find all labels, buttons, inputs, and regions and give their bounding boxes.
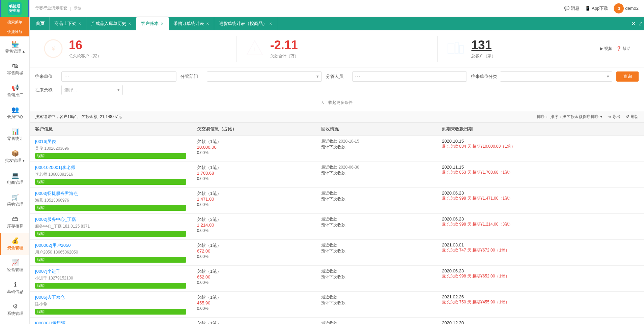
customer-name-link-2[interactable]: [0003]畅捷服务尹海燕	[35, 190, 186, 197]
customer-name-link-5[interactable]: [0007]小进千	[35, 268, 186, 274]
search-button[interactable]: 查询	[616, 71, 639, 82]
cell-debt-info-6: 欠款（1笔） 455.90 0.00%	[192, 291, 316, 317]
tab-home[interactable]: 首页	[31, 17, 50, 30]
close-tab-purchase-order[interactable]: ✕	[206, 22, 209, 26]
debt-amount-5[interactable]: 652.00	[197, 274, 310, 279]
sidebar-item-inventory[interactable]: 🗃 库存核算	[0, 211, 29, 233]
avatar-img: d	[614, 3, 624, 13]
customer-name-link-0[interactable]: [0016]吴俊	[35, 139, 186, 145]
debt-amount-0[interactable]: 10,000.00	[197, 145, 310, 150]
overdue-link-1[interactable]: 超期¥1,703.68（1笔）	[472, 170, 513, 175]
debt-count-2: 欠款（1笔）	[197, 190, 310, 197]
department-select[interactable]: ▾	[207, 71, 322, 82]
sidebar-item-basic-info[interactable]: ℹ 基础信息	[0, 277, 29, 299]
export-btn[interactable]: ⇥ 导出	[608, 114, 620, 120]
customer-name-link-4[interactable]: [000002]用户2050	[35, 242, 186, 248]
debt-amount-3[interactable]: 1,214.00	[197, 223, 310, 228]
top-bar-left: 母婴行业演示账套 | 示范	[35, 5, 81, 11]
total-customers-label: 总客户（家）	[471, 53, 496, 59]
overdue-days-1: 最长欠款 853 天 超期¥1,703.68（1笔）	[442, 170, 639, 175]
sidebar-item-marketing[interactable]: 📢 营销推广	[0, 80, 29, 102]
overdue-days-2: 最长欠款 998 天 超期¥1,471.00（1笔）	[442, 196, 639, 201]
close-tab-product-offline[interactable]: ✕	[78, 22, 81, 26]
user-avatar[interactable]: d demo2	[614, 3, 639, 13]
balance-select[interactable]: 选择... ▾	[61, 85, 123, 95]
sort-select[interactable]: 排序： 排序：按欠款金额倒序排序 ▾	[537, 114, 602, 120]
filter-balance: 往来余额 选择... ▾	[35, 85, 123, 95]
tab-product-offline[interactable]: 商品上下架 ✕	[50, 17, 86, 30]
customer-name-link-6[interactable]: [0006]去下粮仓	[35, 294, 186, 300]
sidebar-item-batch-mgmt[interactable]: 📦 批发管理▼	[0, 146, 29, 168]
customer-name-link-1[interactable]: [0001020001]李老师	[35, 165, 186, 171]
sidebar-item-retail-mall[interactable]: 🛍 零售商城	[0, 58, 29, 80]
tab-product-history[interactable]: 产成品入库单历史 ✕	[86, 17, 136, 30]
department-label: 分管部门	[180, 73, 204, 80]
debt-amount-4[interactable]: 672.00	[197, 248, 310, 254]
customer-name-link-3[interactable]: [0002]服务中心_丁磊	[35, 216, 186, 223]
customer-name-link-7[interactable]: [000001]黄思源	[35, 320, 186, 324]
recent-collection-label-0: 最近收款	[321, 139, 337, 144]
view-btn[interactable]: ▶ 视频	[600, 46, 612, 52]
collapse-row[interactable]: ∧ 收起更多条件	[35, 98, 639, 107]
sidebar-item-purchase[interactable]: 🛒 采购管理	[0, 189, 29, 211]
manager-input[interactable]: ···	[352, 71, 467, 82]
unit-category-select[interactable]: ▾	[500, 71, 612, 82]
close-tab-inbound-stat[interactable]: ✕	[269, 22, 272, 26]
overdue-link-4[interactable]: 超期¥672.00（1笔）	[472, 248, 509, 253]
tab-purchase-order[interactable]: 采购订单统计表 ✕	[169, 17, 214, 30]
sidebar-search-menu[interactable]: 搜索菜单	[0, 17, 29, 27]
debt-count-7: 欠款（1笔）	[197, 320, 310, 324]
app-download-btn[interactable]: 📱 App下载	[585, 5, 608, 11]
top-bar-right: 💬 消息 📱 App下载 d demo2	[564, 3, 639, 13]
debt-pct-5: 0.00%	[197, 280, 310, 285]
filter-row-2: 往来余额 选择... ▾	[35, 85, 639, 95]
message-btn[interactable]: 💬 消息	[564, 5, 580, 11]
cell-debt-info-5: 欠款（1笔） 652.00 0.00%	[192, 265, 316, 291]
close-tab-customer-account[interactable]: ✕	[161, 22, 164, 26]
debt-pct-6: 0.00%	[197, 306, 310, 311]
debt-amount-1[interactable]: 1,703.68	[197, 171, 310, 176]
tabs-expand-icon[interactable]: ⤢	[638, 21, 643, 27]
tabs-close-all-icon[interactable]: ✕	[631, 21, 636, 27]
refresh-btn[interactable]: ↺ 刷新	[626, 114, 639, 120]
sidebar-item-business[interactable]: 📈 经营管理	[0, 255, 29, 277]
overdue-link-5[interactable]: 超期¥652.00（1笔）	[472, 274, 509, 278]
tab-customer-account[interactable]: 客户账本 ✕	[136, 17, 169, 30]
tab-inbound-stat[interactable]: 进货单统计表（按商品） ✕	[214, 17, 277, 30]
result-text: 搜索结果中，客户16家， 欠款金额 -21,148.07元	[35, 114, 122, 120]
col-customer-info: 客户信息	[30, 123, 192, 136]
due-date-5: 2020.06.23	[442, 268, 639, 273]
debt-amount-6[interactable]: 455.90	[197, 300, 310, 305]
next-collection-label-6: 预计下次收款	[321, 300, 345, 305]
overdue-link-6[interactable]: 超期¥455.90（1笔）	[472, 300, 509, 304]
overdue-link-0[interactable]: 超期¥10,000.00（1笔）	[472, 144, 515, 149]
sidebar-nav: 🏪 零售管理▲ 🛍 零售商城 📢 营销推广 👥 会员中心 📊 零售统计 📦	[0, 36, 29, 324]
close-tab-product-history[interactable]: ✕	[128, 22, 131, 26]
debt-pct-2: 0.00%	[197, 202, 310, 207]
customer-sub-6: 陈小希	[35, 301, 186, 307]
unit-category-label: 往来单位分类	[471, 73, 497, 80]
sidebar-quick-nav[interactable]: 快捷导航	[0, 27, 29, 36]
next-collection-label-2: 预计下次收款	[321, 197, 345, 201]
help-btn[interactable]: ❓ 帮助	[616, 46, 631, 52]
sidebar-item-ecommerce[interactable]: 💻 电商管理	[0, 168, 29, 189]
cell-due-date-0: 2020.10.15 最长欠款 884 天 超期¥10,000.00（1笔）	[437, 136, 644, 161]
overdue-link-3[interactable]: 超期¥1,214.00（3笔）	[472, 222, 513, 227]
overdue-link-2[interactable]: 超期¥1,471.00（1笔）	[472, 196, 513, 201]
sort-arrow-icon: ▾	[600, 114, 602, 119]
sidebar-item-member-center[interactable]: 👥 会员中心	[0, 102, 29, 124]
due-date-0: 2020.10.15	[442, 139, 639, 144]
sidebar-item-retail-stats[interactable]: 📊 零售统计	[0, 124, 29, 146]
unit-category-arrow-icon: ▾	[607, 74, 609, 79]
filter-row-1: 往来单位 ··· 分管部门 ▾ 分管人员	[35, 71, 639, 82]
recent-collection-label-4: 最近收款	[321, 243, 337, 247]
sidebar-item-system[interactable]: ⚙ 系统管理	[0, 299, 29, 321]
debt-pct-0: 0.00%	[197, 150, 310, 155]
sidebar-item-retail-mgmt[interactable]: 🏪 零售管理▲	[0, 36, 29, 58]
recent-collection-label-1: 最近收款	[321, 165, 337, 170]
source-unit-input[interactable]: ···	[61, 71, 176, 82]
sidebar-item-finance[interactable]: 💰 资金管理	[0, 233, 29, 255]
sidebar-item-enterprise[interactable]: 🤝 企业协同	[0, 321, 29, 324]
debt-amount-2[interactable]: 1,471.00	[197, 197, 310, 202]
due-date-3: 2020.06.23	[442, 216, 639, 222]
